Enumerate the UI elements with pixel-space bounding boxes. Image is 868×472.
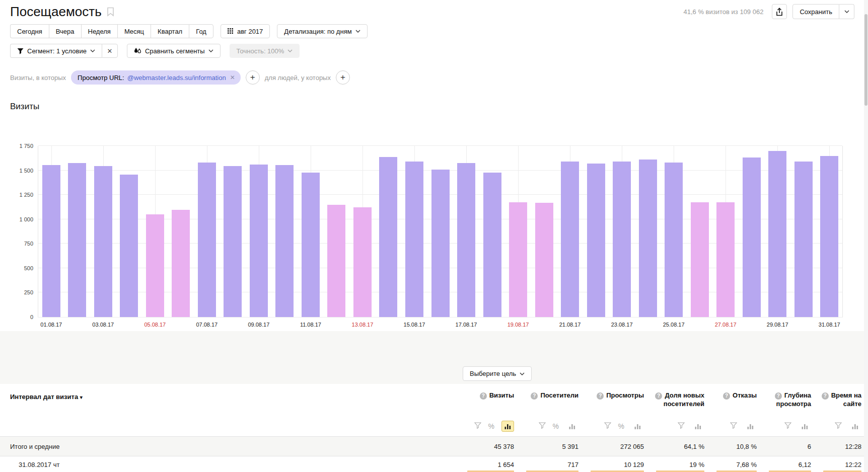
filter-funnel-icon[interactable] [604, 422, 611, 429]
period-button-6[interactable]: Год [189, 24, 213, 38]
period-button-1[interactable]: Сегодня [10, 24, 49, 38]
chart-bar[interactable] [535, 203, 553, 317]
chart-bar[interactable] [146, 214, 164, 317]
x-axis-label: 09.08.17 [238, 322, 280, 328]
filter-funnel-icon[interactable] [730, 422, 737, 429]
filter-funnel-icon[interactable] [678, 422, 685, 430]
help-icon[interactable]: ? [531, 392, 538, 400]
compare-segments-button[interactable]: Сравнить сегменты [127, 44, 221, 58]
bookmark-icon[interactable] [107, 7, 114, 17]
save-menu-button[interactable] [839, 4, 854, 19]
add-visit-condition-button[interactable]: + [246, 70, 260, 85]
help-icon[interactable]: ? [655, 392, 662, 400]
period-button-2[interactable]: Вчера [49, 24, 81, 38]
sort-desc-icon[interactable]: ▾ [80, 395, 83, 400]
chart-bar[interactable] [302, 173, 320, 317]
filter-funnel-icon[interactable] [474, 422, 481, 429]
chart-bar[interactable] [768, 151, 786, 317]
column-header-6[interactable]: ?Глубина просмотра [757, 384, 811, 436]
chart-bar[interactable] [457, 163, 475, 317]
chart-bar[interactable] [68, 163, 86, 317]
column-header-2[interactable]: ?Посетители% [514, 384, 578, 436]
percent-toggle-icon[interactable]: % [618, 422, 624, 430]
chart-bar[interactable] [509, 202, 527, 317]
chart-toggle-icon[interactable] [849, 421, 861, 432]
row-dimension-header[interactable]: Интервал дат визита ▾ [10, 393, 83, 401]
help-icon[interactable]: ? [597, 392, 604, 400]
filter-chip[interactable]: Просмотр URL: @webmaster.leads.su/inform… [71, 70, 241, 85]
period-button-4[interactable]: Месяц [117, 24, 151, 38]
chart-bar[interactable] [716, 202, 735, 317]
chip-remove-icon[interactable]: ✕ [230, 74, 235, 81]
filter-funnel-icon[interactable] [604, 422, 611, 430]
chart-bar[interactable] [353, 207, 372, 317]
goal-select-button[interactable]: Выберите цель [463, 366, 532, 381]
chart-bar[interactable] [794, 162, 813, 317]
segment-clear-button[interactable]: ✕ [102, 44, 118, 58]
filter-funnel-icon[interactable] [539, 422, 546, 430]
chart-bar[interactable] [327, 205, 345, 317]
percent-toggle-icon[interactable]: % [488, 422, 494, 430]
chart-bar[interactable] [665, 163, 683, 317]
chart-bar[interactable] [379, 157, 397, 317]
visits-condition-label: Визиты, в которых [10, 74, 66, 82]
chart-bar[interactable] [587, 164, 605, 317]
chart-bar[interactable] [431, 170, 450, 317]
chart-toggle-icon[interactable] [566, 421, 578, 432]
chart-bar[interactable] [275, 165, 294, 317]
export-icon [775, 8, 783, 16]
column-header-3[interactable]: ?Просмотры% [578, 384, 644, 436]
chart-bar[interactable] [743, 158, 761, 317]
chart-bar[interactable] [405, 162, 423, 317]
filter-funnel-icon[interactable] [539, 422, 546, 429]
page-title: Посещаемость [10, 4, 102, 20]
chart-bar[interactable] [820, 156, 838, 317]
calendar-button[interactable]: авг 2017 [221, 24, 270, 38]
help-icon[interactable]: ? [480, 392, 487, 400]
column-header-1[interactable]: ?Визиты% [455, 384, 514, 436]
chart-bar[interactable] [172, 210, 190, 317]
filter-funnel-icon[interactable] [784, 422, 791, 429]
chart-toggle-icon[interactable] [631, 421, 644, 432]
percent-toggle-icon[interactable]: % [553, 422, 559, 430]
chart-bar[interactable] [613, 162, 631, 317]
chart-bar[interactable] [483, 173, 501, 317]
chart-bar[interactable] [120, 175, 138, 317]
filter-funnel-icon[interactable] [474, 422, 481, 430]
period-button-5[interactable]: Квартал [151, 24, 189, 38]
chart-toggle-icon[interactable] [799, 421, 811, 432]
chart-bar[interactable] [224, 166, 242, 317]
column-header-4[interactable]: ?Доля новых посетителей [644, 384, 704, 436]
column-header-7[interactable]: ?Время на сайте [811, 384, 861, 436]
add-people-condition-button[interactable]: + [336, 70, 350, 85]
chart-bar[interactable] [561, 162, 579, 317]
chart-toggle-icon[interactable] [692, 421, 704, 432]
chart-bar[interactable] [198, 163, 216, 317]
chart-bar[interactable] [691, 202, 709, 317]
filter-funnel-icon[interactable] [835, 422, 842, 429]
help-icon[interactable]: ? [723, 392, 730, 400]
save-button[interactable]: Сохранить [792, 4, 839, 19]
help-icon[interactable]: ? [775, 392, 782, 400]
export-button[interactable] [772, 4, 787, 19]
filter-funnel-icon[interactable] [784, 422, 791, 430]
filter-funnel-icon[interactable] [678, 422, 685, 429]
chart-bar[interactable] [639, 160, 657, 317]
filter-funnel-icon[interactable] [730, 422, 737, 430]
row-label[interactable]: 31.08.2017 чт [10, 461, 455, 468]
filter-conditions-row: Визиты, в которых Просмотр URL: @webmast… [10, 70, 350, 85]
filter-funnel-icon[interactable] [835, 422, 842, 430]
segment-button[interactable]: Сегмент: 1 условие [10, 44, 102, 58]
chart-bar[interactable] [42, 165, 60, 317]
chart-toggle-icon[interactable] [744, 421, 757, 432]
detail-select[interactable]: Детализация: по дням [277, 24, 367, 38]
column-header-label: ?Время на сайте [811, 391, 861, 408]
chart-bar[interactable] [94, 166, 112, 317]
help-icon[interactable]: ? [822, 392, 829, 400]
chart-bar[interactable] [250, 165, 268, 317]
period-button-3[interactable]: Неделя [81, 24, 117, 38]
chart-toggle-icon[interactable] [501, 421, 514, 432]
scrollbar-thumb[interactable] [864, 14, 867, 106]
segment-group: Сегмент: 1 условие ✕ [10, 44, 118, 58]
column-header-5[interactable]: ?Отказы [704, 384, 757, 436]
